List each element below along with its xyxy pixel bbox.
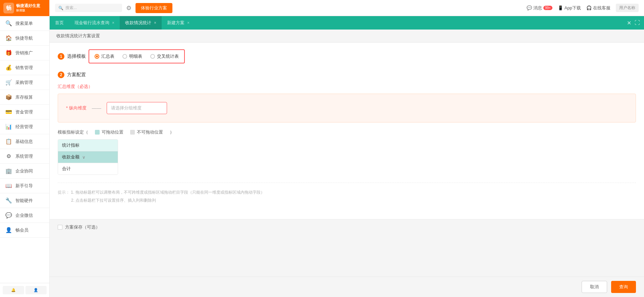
notification-icon: 💬 xyxy=(527,5,532,10)
download-action[interactable]: 📱 App下载 xyxy=(558,5,581,11)
radio-btn-cross[interactable] xyxy=(150,54,155,59)
search-placeholder: 搜索... xyxy=(65,5,77,11)
radio-option-detail[interactable]: 明细表 xyxy=(122,53,142,59)
metrics-header: 模板指标设定（ 可拖动位置 不可拖动位置 ） xyxy=(58,129,636,135)
sidebar-icon-smart_hw: 🔧 xyxy=(5,197,12,204)
download-icon: 📱 xyxy=(558,5,563,10)
tabs-controls: ✕ ⛶ xyxy=(623,16,644,30)
service-icon: 🎧 xyxy=(586,5,592,10)
sidebar-item-operations[interactable]: 📊 经营管理 xyxy=(0,119,49,134)
dim-select[interactable]: 请选择分组维度 xyxy=(107,102,167,114)
sidebar-label-member: 畅会员 xyxy=(15,227,29,233)
sidebar-icon-finance: 💳 xyxy=(5,109,12,115)
tab-close-cash_flow[interactable]: × xyxy=(112,20,114,25)
sidebar-item-quick_nav[interactable]: 🏠 快捷导航 xyxy=(0,31,49,46)
section1-title: 选择模板 xyxy=(67,53,86,59)
sidebar-footer-btn-2[interactable]: 👤 xyxy=(25,286,47,294)
sidebar-icon-marketing: 🎁 xyxy=(5,50,12,56)
cancel-button[interactable]: 取消 xyxy=(582,281,607,293)
sidebar-footer: 🔔 👤 xyxy=(0,283,49,297)
sidebar-item-system[interactable]: ⚙ 系统管理 xyxy=(0,149,49,164)
settings-icon[interactable]: ⚙ xyxy=(126,4,131,12)
sidebar-item-inventory[interactable]: 📦 库存核算 xyxy=(0,90,49,105)
tab-close-collection_stats[interactable]: × xyxy=(154,20,156,25)
service-label: 在线客服 xyxy=(593,5,610,11)
radio-option-summary[interactable]: 汇总表 xyxy=(95,53,114,59)
page-body: 1 选择模板 汇总表 明细表 交叉统计表 2 方案配置 xyxy=(50,43,644,219)
sidebar-icon-sales: 💰 xyxy=(5,64,12,71)
sidebar-icon-system: ⚙ xyxy=(5,153,12,159)
header-actions: 💬 消息 99+ 📱 App下载 🎧 在线客服 用户名称 xyxy=(527,4,639,12)
tab-label-new_plan: 新建方案 xyxy=(167,20,184,26)
tab-home[interactable]: 首页 xyxy=(50,16,69,30)
sidebar-icon-operations: 📊 xyxy=(5,123,12,130)
close-window-icon[interactable]: ✕ xyxy=(627,20,631,26)
section2-title: 方案配置 xyxy=(67,72,86,78)
sidebar-item-purchase[interactable]: 🛒 采购管理 xyxy=(0,75,49,90)
tab-cash_flow[interactable]: 现金银行流水查询× xyxy=(69,16,120,30)
sidebar-icon-inventory: 📦 xyxy=(5,94,12,100)
notification-badge: 99+ xyxy=(543,6,552,10)
sidebar-label-inventory: 库存核算 xyxy=(15,94,33,100)
sidebar-label-guide: 新手引导 xyxy=(15,183,33,189)
sidebar-item-finance[interactable]: 💳 资金管理 xyxy=(0,105,49,119)
metrics-table: 统计指标 收款金额 ∨ 合计 xyxy=(58,139,118,175)
radio-btn-summary[interactable] xyxy=(95,54,99,59)
notification-action[interactable]: 💬 消息 99+ xyxy=(527,5,552,11)
section-template: 1 选择模板 汇总表 明细表 交叉统计表 xyxy=(58,49,636,63)
sidebar-item-marketing[interactable]: 🎁 营销推广 xyxy=(0,46,49,60)
legend-non-draggable: 不可拖动位置 xyxy=(130,129,163,135)
service-action[interactable]: 🎧 在线客服 xyxy=(586,5,610,11)
sidebar-label-smart_hw: 智能硬件 xyxy=(15,198,33,204)
sidebar-item-guide[interactable]: 📖 新手引导 xyxy=(0,179,49,193)
metric-name-row[interactable]: 收款金额 ∨ xyxy=(58,151,118,163)
logo: 畅 畅捷通好生意 标准版 xyxy=(0,0,49,16)
sidebar-item-sales[interactable]: 💰 销售管理 xyxy=(0,60,49,75)
tab-new_plan[interactable]: 新建方案× xyxy=(162,16,195,30)
download-label: App下载 xyxy=(565,5,581,11)
sidebar-label-system: 系统管理 xyxy=(15,153,33,159)
sidebar-label-operations: 经营管理 xyxy=(15,124,33,130)
non-draggable-legend-box xyxy=(130,130,135,135)
section-config: 2 方案配置 汇总维度（必选） * 纵向维度 —— 请选择分组维度 xyxy=(58,71,636,204)
tab-collection_stats[interactable]: 收款情况统计× xyxy=(120,16,162,30)
sidebar-item-search[interactable]: 🔍 搜索菜单 xyxy=(0,16,49,31)
radio-label-detail: 明细表 xyxy=(129,53,142,59)
sidebar-item-wechat[interactable]: 💬 企业微信 xyxy=(0,208,49,223)
sidebar-item-member[interactable]: 👤 畅会员 xyxy=(0,223,49,238)
tab-bar: 首页现金银行流水查询×收款情况统计×新建方案× ✕ ⛶ xyxy=(50,16,644,30)
main-area: 🔍 搜索... ⚙ 体验行业方案 💬 消息 99+ 📱 App下载 🎧 在线客服… xyxy=(50,0,644,297)
sidebar-icon-purchase: 🛒 xyxy=(5,79,12,86)
tab-close-new_plan[interactable]: × xyxy=(187,20,190,25)
sidebar-item-enterprise[interactable]: 🏢 企业协同 xyxy=(0,164,49,179)
radio-option-cross[interactable]: 交叉统计表 xyxy=(150,53,179,59)
trial-button[interactable]: 体验行业方案 xyxy=(136,3,172,13)
user-display[interactable]: 用户名称 xyxy=(616,4,639,12)
tab-label-cash_flow: 现金银行流水查询 xyxy=(74,20,109,26)
header-search[interactable]: 🔍 搜索... xyxy=(55,4,122,12)
metric-expand-icon[interactable]: ∨ xyxy=(82,155,86,160)
metric-name: 收款金额 xyxy=(62,154,79,160)
sidebar-item-smart_hw[interactable]: 🔧 智能硬件 xyxy=(0,193,49,208)
tab-label-home: 首页 xyxy=(55,20,64,26)
metric-total-row: 合计 xyxy=(58,163,118,175)
metrics-title-label: 模板指标设定（ xyxy=(58,129,88,135)
sidebar-icon-guide: 📖 xyxy=(5,183,12,189)
dim-subsection-title: 汇总维度（必选） xyxy=(58,84,636,90)
stats-header: 统计指标 xyxy=(58,140,118,151)
radio-btn-detail[interactable] xyxy=(122,54,127,59)
template-options: 汇总表 明细表 交叉统计表 xyxy=(89,49,185,63)
sidebar-label-basic_info: 基础信息 xyxy=(15,139,33,145)
expand-window-icon[interactable]: ⛶ xyxy=(635,20,640,26)
sidebar-footer-btn-1[interactable]: 🔔 xyxy=(3,286,24,294)
dim-arrow: —— xyxy=(92,105,101,111)
save-checkbox[interactable] xyxy=(58,225,62,230)
footer-bar: 取消 查询 xyxy=(50,277,644,297)
query-button[interactable]: 查询 xyxy=(611,281,636,293)
sidebar-item-basic_info[interactable]: 📋 基础信息 xyxy=(0,134,49,149)
page-content: 收款情况统计方案设置 1 选择模板 汇总表 明细表 交叉统计表 xyxy=(50,30,644,277)
sidebar-label-finance: 资金管理 xyxy=(15,109,33,115)
draggable-legend-box xyxy=(95,130,100,135)
dim-placeholder: 请选择分组维度 xyxy=(111,105,142,110)
breadcrumb: 收款情况统计方案设置 xyxy=(50,30,644,43)
